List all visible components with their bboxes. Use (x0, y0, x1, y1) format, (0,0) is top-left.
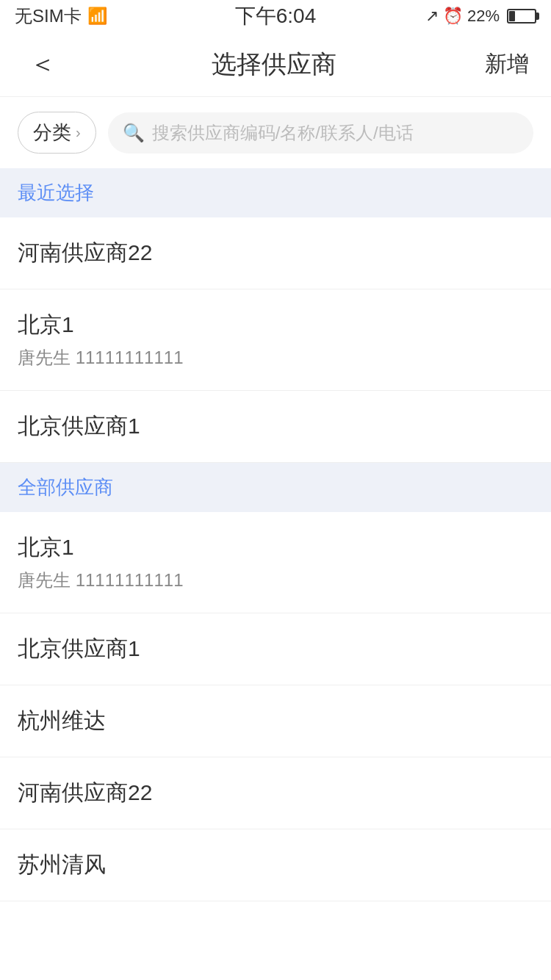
all-section-header: 全部供应商 (0, 463, 551, 512)
item-name: 北京供应商1 (18, 411, 533, 442)
list-item[interactable]: 北京1唐先生 11111111111 (0, 289, 551, 391)
wifi-icon: 📶 (87, 7, 107, 26)
search-box[interactable]: 🔍 搜索供应商编码/名称/联系人/电话 (108, 112, 533, 154)
status-left: 无SIM卡 📶 (15, 4, 107, 28)
location-icon: ↗ (425, 7, 439, 26)
back-button[interactable]: ＜ (22, 39, 63, 90)
all-list: 北京1唐先生 11111111111北京供应商1杭州维达河南供应商22苏州清风 (0, 512, 551, 901)
search-placeholder: 搜索供应商编码/名称/联系人/电话 (152, 121, 414, 145)
recent-section-label: 最近选择 (18, 181, 94, 203)
status-right: ↗ ⏰ 22% (425, 7, 536, 26)
item-sub: 唐先生 11111111111 (18, 346, 533, 370)
recent-list: 河南供应商22北京1唐先生 11111111111北京供应商1 (0, 217, 551, 463)
item-name: 北京供应商1 (18, 634, 533, 664)
item-name: 苏州清风 (18, 850, 533, 880)
search-icon: 🔍 (123, 123, 145, 143)
category-button[interactable]: 分类 › (18, 112, 96, 154)
alarm-icon: ⏰ (443, 7, 463, 26)
status-bar: 无SIM卡 📶 下午6:04 ↗ ⏰ 22% (0, 0, 551, 32)
list-item[interactable]: 杭州维达 (0, 685, 551, 757)
category-label: 分类 (33, 120, 71, 145)
add-button[interactable]: 新增 (485, 49, 529, 79)
page-title: 选择供应商 (212, 48, 336, 82)
list-item[interactable]: 北京供应商1 (0, 391, 551, 463)
carrier-text: 无SIM卡 (15, 4, 82, 28)
list-item[interactable]: 北京1唐先生 11111111111 (0, 512, 551, 613)
nav-bar: ＜ 选择供应商 新增 (0, 32, 551, 97)
list-item[interactable]: 北京供应商1 (0, 613, 551, 685)
battery-icon (507, 9, 536, 24)
recent-section-header: 最近选择 (0, 168, 551, 217)
battery-text: 22% (467, 7, 500, 26)
status-time: 下午6:04 (235, 2, 317, 30)
list-item[interactable]: 苏州清风 (0, 829, 551, 901)
search-area: 分类 › 🔍 搜索供应商编码/名称/联系人/电话 (0, 97, 551, 168)
chevron-right-icon: › (76, 124, 81, 141)
item-name: 北京1 (18, 533, 533, 563)
item-sub: 唐先生 11111111111 (18, 569, 533, 592)
item-name: 杭州维达 (18, 706, 533, 736)
list-item[interactable]: 河南供应商22 (0, 757, 551, 829)
item-name: 河南供应商22 (18, 778, 533, 808)
all-section-label: 全部供应商 (18, 476, 113, 498)
item-name: 北京1 (18, 310, 533, 340)
item-name: 河南供应商22 (18, 238, 533, 268)
list-item[interactable]: 河南供应商22 (0, 217, 551, 289)
